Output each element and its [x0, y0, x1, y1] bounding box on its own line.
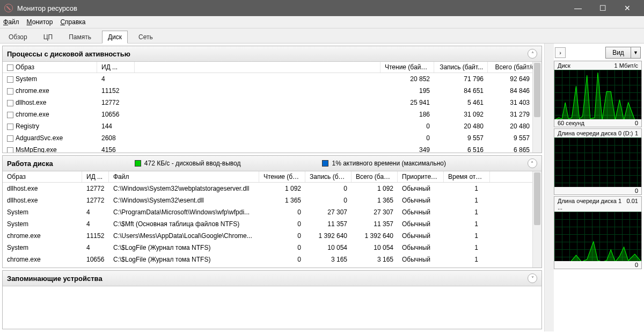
content-area: Процессы с дисковой активностью ˄ Образ …	[0, 44, 644, 331]
storage-panel-header[interactable]: Запоминающие устройства ˅	[3, 271, 541, 286]
scrollbar[interactable]	[532, 171, 541, 268]
menu-file[interactable]: Файл	[3, 18, 19, 26]
processes-panel: Процессы с дисковой активностью ˄ Образ …	[2, 46, 542, 153]
graph-block: Длина очереди диска 0 (D:)10	[554, 128, 642, 195]
left-pane: Процессы с дисковой активностью ˄ Образ …	[0, 44, 544, 331]
maximize-button[interactable]: ☐	[590, 0, 615, 16]
storage-panel: Запоминающие устройства ˅	[2, 270, 542, 329]
col-write[interactable]: Запись (байт...	[305, 171, 352, 182]
menu-monitor[interactable]: Монитор	[27, 18, 53, 26]
checkbox-all[interactable]	[7, 64, 13, 71]
active-time-stat: 1% активного времени (максимально)	[322, 160, 446, 167]
table-row[interactable]: System4C:\$Mft (Основная таблица файлов …	[3, 218, 541, 230]
graph-title-left: Длина очереди диска 0 (D:)	[558, 130, 633, 136]
green-square-icon	[135, 160, 141, 167]
col-pid[interactable]: ИД ...	[82, 171, 109, 182]
table-row[interactable]: System420 85271 79692 649	[3, 73, 541, 85]
col-image[interactable]: Образ	[16, 63, 34, 71]
side-header: › Вид ▼	[554, 46, 642, 60]
tab-bar: Обзор ЦП Память Диск Сеть	[0, 28, 644, 44]
checkbox[interactable]	[7, 76, 13, 83]
col-pid[interactable]: ИД ...	[97, 62, 135, 73]
table-row[interactable]: chrome.exe10656C:\$LogFile (Журнал тома …	[3, 254, 541, 265]
table-row[interactable]: chrome.exe1065618631 09231 279	[3, 109, 541, 120]
table-row[interactable]: chrome.exe1115219584 65184 846	[3, 85, 541, 97]
table-row[interactable]: AdguardSvc.exe260809 5579 557	[3, 132, 541, 144]
expand-icon[interactable]: ˅	[528, 273, 537, 283]
graph-canvas	[554, 212, 641, 261]
checkbox[interactable]	[7, 112, 13, 118]
graph-title-left: Диск	[558, 62, 570, 69]
view-dropdown-icon[interactable]: ▼	[631, 47, 641, 59]
tab-disk[interactable]: Диск	[102, 31, 128, 44]
graph-title-right: 1 Мбит/с	[614, 62, 638, 69]
table-row[interactable]: explorer.exe6724C:\Windows\System32\font…	[3, 265, 541, 268]
close-button[interactable]: ✕	[615, 0, 640, 16]
col-total[interactable]: Всего (байт/с)	[352, 171, 398, 182]
checkbox[interactable]	[7, 88, 13, 95]
col-resp[interactable]: Время ответ...	[444, 171, 490, 182]
disk-activity-panel: Работа диска 472 КБ/с - дисковый ввод-вы…	[2, 155, 542, 268]
graph-footer-right: 0	[635, 120, 638, 126]
table-row[interactable]: dllhost.exe12772C:\Windows\System32\webp…	[3, 183, 541, 194]
graph-footer-right: 0	[635, 187, 638, 194]
blue-square-icon	[322, 160, 328, 167]
scrollbar[interactable]	[532, 62, 541, 153]
tab-network[interactable]: Сеть	[133, 31, 158, 43]
collapse-side-icon[interactable]: ›	[555, 47, 566, 58]
panel-title: Процессы с дисковой активностью	[7, 50, 130, 58]
menu-bar: Файл Монитор Справка	[0, 16, 644, 28]
tab-cpu[interactable]: ЦП	[38, 31, 58, 43]
col-write[interactable]: Запись (байт...	[434, 62, 488, 73]
checkbox[interactable]	[7, 135, 13, 142]
window-title: Монитор ресурсов	[17, 4, 566, 12]
tab-overview[interactable]: Обзор	[3, 31, 33, 43]
checkbox[interactable]	[7, 147, 13, 153]
panel-title: Работа диска	[7, 160, 53, 168]
view-button[interactable]: Вид	[605, 47, 631, 59]
col-image[interactable]: Образ	[3, 171, 82, 182]
title-bar: Монитор ресурсов — ☐ ✕	[0, 0, 644, 16]
graph-title-left: Длина очереди диска 1 ...	[558, 198, 627, 211]
collapse-icon[interactable]: ˄	[528, 49, 537, 59]
table-row[interactable]: MsMpEng.exe41563496 5166 865	[3, 144, 541, 153]
minimize-button[interactable]: —	[566, 0, 590, 16]
collapse-icon[interactable]: ˄	[528, 158, 537, 168]
disk-activity-header[interactable]: Работа диска 472 КБ/с - дисковый ввод-вы…	[3, 156, 541, 171]
graph-block: Диск1 Мбит/с60 секунд0	[554, 61, 642, 127]
graph-footer-left: 60 секунд	[558, 120, 584, 126]
table-row[interactable]: System4C:\$LogFile (Журнал тома NTFS)010…	[3, 242, 541, 254]
graph-footer-right: 0	[635, 262, 638, 268]
col-file[interactable]: Файл	[109, 171, 259, 182]
table-row[interactable]: dllhost.exe12772C:\Windows\System32\esen…	[3, 194, 541, 206]
checkbox[interactable]	[7, 124, 13, 130]
col-priority[interactable]: Приоритет в...	[398, 171, 444, 182]
menu-help[interactable]: Справка	[60, 18, 85, 26]
graph-canvas	[554, 138, 641, 187]
table-row[interactable]: System4C:\ProgramData\Microsoft\Windows\…	[3, 206, 541, 218]
col-read[interactable]: Чтение (байт/с)	[380, 62, 434, 73]
table-row[interactable]: Registry144020 48020 480	[3, 120, 541, 132]
app-icon	[4, 4, 13, 12]
graph-title-right: 1	[635, 130, 638, 136]
table-row[interactable]: dllhost.exe1277225 9415 46131 403	[3, 97, 541, 109]
table-row[interactable]: chrome.exe11152C:\Users\Mess\AppData\Loc…	[3, 230, 541, 242]
right-pane: › Вид ▼ Диск1 Мбит/с60 секунд0Длина очер…	[554, 44, 644, 331]
panel-title: Запоминающие устройства	[7, 275, 103, 283]
main-scrollbar[interactable]	[544, 44, 554, 331]
io-stat: 472 КБ/с - дисковый ввод-вывод	[135, 160, 241, 167]
col-read[interactable]: Чтение (байт...	[259, 171, 305, 182]
processes-table: Образ ИД ... Чтение (байт/с) Запись (бай…	[3, 62, 541, 153]
graph-block: Длина очереди диска 1 ...0.010	[554, 196, 642, 269]
processes-panel-header[interactable]: Процессы с дисковой активностью ˄	[3, 46, 541, 62]
graph-title-right: 0.01	[627, 198, 638, 211]
disk-activity-table: Образ ИД ... Файл Чтение (байт... Запись…	[3, 171, 541, 268]
graph-canvas	[554, 70, 641, 119]
tab-memory[interactable]: Память	[63, 31, 97, 43]
checkbox[interactable]	[7, 100, 13, 106]
